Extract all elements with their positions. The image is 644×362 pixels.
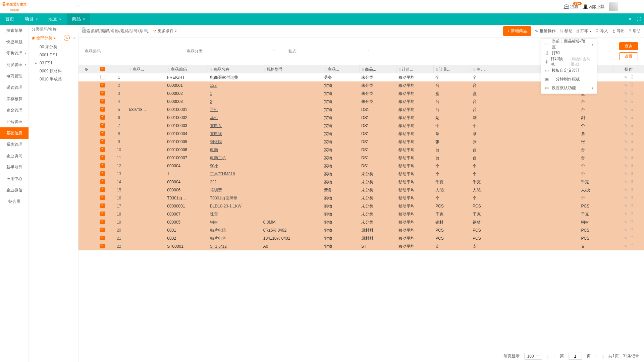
product-name-link[interactable]: 222 bbox=[210, 180, 217, 184]
product-name-link[interactable]: T0301白面黑带 bbox=[210, 196, 237, 200]
row-edit-button[interactable]: ✎ bbox=[624, 188, 628, 192]
row-more-button[interactable]: ⠿ bbox=[630, 156, 633, 160]
table-row[interactable]: 22ST00001ST1.6*12A0实物ST移动平均支支支✎⠿ bbox=[78, 242, 644, 250]
row-edit-button[interactable]: ✎ bbox=[624, 228, 628, 233]
row-checkbox[interactable] bbox=[100, 123, 105, 128]
product-name-link[interactable]: ST1.6*12 bbox=[210, 244, 227, 249]
messages-link[interactable]: 💬 消息 99+ bbox=[564, 4, 578, 9]
row-more-button[interactable]: ⠿ bbox=[630, 83, 633, 88]
row-more-button[interactable]: ⠿ bbox=[630, 107, 633, 112]
product-name-link[interactable]: 贴片电容 bbox=[210, 236, 226, 241]
product-name-link[interactable]: 手机 bbox=[210, 107, 218, 112]
table-row[interactable]: 15000006培训费劳务未分类移动平均人/次人/次人/次✎⠿ bbox=[78, 186, 644, 194]
row-more-button[interactable]: ⠿ bbox=[630, 99, 633, 104]
row-more-button[interactable]: ⠿ bbox=[630, 139, 633, 144]
row-checkbox[interactable] bbox=[100, 187, 105, 192]
row-more-button[interactable]: ⠿ bbox=[630, 123, 633, 128]
print-menu-current[interactable]: ▭ 当前：商品标签-预置 ▾ bbox=[541, 40, 597, 49]
row-edit-button[interactable]: ✎ bbox=[624, 139, 628, 144]
nav-快捷导航[interactable]: 快捷导航 bbox=[0, 36, 29, 48]
row-edit-button[interactable]: ✎ bbox=[624, 220, 628, 225]
nav-企业协同[interactable]: 企业协同 bbox=[0, 150, 29, 162]
table-row[interactable]: 5539718...000100001手机实物DS1移动平均台台台✎⠿ bbox=[78, 106, 644, 114]
row-edit-button[interactable]: ✎ bbox=[624, 196, 628, 200]
table-row[interactable]: 10000100006电脑实物DS1移动平均台台台✎⠿ bbox=[78, 146, 644, 154]
search-icon[interactable]: 🔍 bbox=[144, 29, 149, 34]
product-name-link[interactable]: 电脑主机 bbox=[210, 156, 226, 160]
product-name-link[interactable]: 工具车HM318 bbox=[210, 172, 235, 176]
table-row[interactable]: 16T0301白...T0301白面黑带实物未分类移动平均个个个✎⠿ bbox=[78, 194, 644, 202]
row-edit-button[interactable]: ✎ bbox=[624, 75, 628, 80]
product-name-link[interactable]: 培训费 bbox=[210, 188, 222, 192]
table-row[interactable]: 6000100002耳机实物DS1移动平均副副副✎⠿ bbox=[78, 114, 644, 122]
row-more-button[interactable]: ⠿ bbox=[630, 164, 633, 168]
tab-商品[interactable]: 商品× bbox=[67, 13, 90, 25]
row-more-button[interactable]: ⠿ bbox=[630, 236, 633, 241]
nav-采购管理[interactable]: 采购管理 bbox=[0, 82, 29, 93]
tree-root-label[interactable]: 全部分类 bbox=[36, 35, 52, 41]
print-menu-preview[interactable]: ◎打印预览 (可编辑当前模板) bbox=[541, 57, 597, 66]
row-edit-button[interactable]: ✎ bbox=[624, 244, 628, 249]
row-edit-button[interactable]: ✎ bbox=[624, 131, 628, 136]
avatar[interactable] bbox=[609, 2, 618, 11]
nav-资金管理[interactable]: 资金管理 bbox=[0, 105, 29, 116]
nav-电商管理[interactable]: 电商管理 bbox=[0, 70, 29, 82]
app-download-link[interactable]: 📱 App下载 bbox=[583, 4, 604, 9]
table-row[interactable]: 210002贴片电容104±10% 0402实物原材料移动平均PCSPCSPCS… bbox=[78, 234, 644, 242]
row-edit-button[interactable]: ✎ bbox=[624, 172, 628, 176]
tree-node[interactable]: 0009 原材料 bbox=[35, 67, 78, 75]
row-checkbox[interactable] bbox=[100, 163, 105, 168]
row-edit-button[interactable]: ✎ bbox=[624, 91, 628, 96]
print-menu-template[interactable]: ▭模板自定义设计 bbox=[541, 66, 597, 75]
row-edit-button[interactable]: ✎ bbox=[624, 115, 628, 120]
col-spec[interactable]: ⇅规格型号 bbox=[261, 65, 322, 73]
print-menu-oneclick[interactable]: ▣一分钟制作模板 bbox=[541, 75, 597, 83]
tab-地区[interactable]: 地区× bbox=[43, 13, 66, 25]
nav-库存核算[interactable]: 库存核算 bbox=[0, 93, 29, 105]
col-category[interactable]: ⇅商品... bbox=[359, 65, 396, 73]
product-name-link[interactable]: 122 bbox=[210, 83, 217, 88]
row-more-button[interactable]: ⠿ bbox=[630, 188, 633, 192]
row-edit-button[interactable]: ✎ bbox=[624, 156, 628, 160]
close-icon[interactable]: × bbox=[36, 17, 38, 21]
col-unit[interactable]: ⇅计量... bbox=[433, 65, 471, 73]
nav-经营管理[interactable]: 经营管理 bbox=[0, 116, 29, 127]
row-checkbox[interactable] bbox=[100, 115, 105, 120]
product-name-link[interactable]: 钢材 bbox=[210, 220, 218, 225]
product-name-link[interactable]: 充电头 bbox=[210, 123, 222, 128]
page-number-input[interactable] bbox=[569, 353, 582, 360]
row-checkbox[interactable] bbox=[100, 171, 105, 176]
add-product-button[interactable]: + 新增商品 bbox=[503, 26, 531, 36]
tree-node[interactable]: 0010 半成品 bbox=[35, 75, 78, 83]
row-checkbox[interactable] bbox=[100, 131, 105, 136]
settings-button[interactable]: 设置 bbox=[619, 52, 638, 60]
col-prop[interactable]: ⇅商品... bbox=[322, 65, 359, 73]
table-row[interactable]: 1700000001BLD10-23-1.1KW实物未分类移动平均PCSPCSP… bbox=[78, 202, 644, 210]
col-code[interactable]: ⇅商品编码 bbox=[165, 65, 208, 73]
close-icon[interactable]: × bbox=[59, 17, 61, 21]
table-row[interactable]: 200001贴片电阻0R±5% 0402实物原材料移动平均PCSPCSPCS✎⠿ bbox=[78, 226, 644, 234]
table-row[interactable]: 7000100003充电头实物DS1移动平均个个个✎⠿ bbox=[78, 122, 644, 130]
nav-企业微信[interactable]: 企业微信 bbox=[0, 184, 29, 196]
tree-node[interactable]: 0001 DS1 bbox=[35, 51, 78, 59]
row-edit-button[interactable]: ✎ bbox=[624, 83, 628, 88]
search-button[interactable]: 查询 bbox=[619, 42, 638, 50]
nav-系统管理[interactable]: 系统管理 bbox=[0, 139, 29, 150]
product-name-link[interactable]: 1 bbox=[210, 91, 212, 96]
filter-category-select[interactable]: ﹀ bbox=[215, 49, 275, 54]
close-icon[interactable]: × bbox=[83, 17, 85, 21]
row-checkbox[interactable] bbox=[100, 155, 105, 160]
row-checkbox[interactable] bbox=[100, 99, 105, 104]
table-row[interactable]: 19000005钢材0.8MM实物未分类移动平均钢材钢材钢材✎⠿ bbox=[78, 218, 644, 226]
row-edit-button[interactable]: ✎ bbox=[624, 212, 628, 217]
col-pricing[interactable]: ⇅计价... bbox=[396, 65, 434, 73]
row-more-button[interactable]: ⠿ bbox=[630, 244, 633, 249]
tree-edit-button[interactable]: ✎ bbox=[64, 35, 70, 41]
help-button[interactable]: ?帮助 bbox=[629, 28, 641, 34]
tab-项目[interactable]: 项目× bbox=[19, 13, 43, 25]
row-checkbox[interactable] bbox=[100, 75, 105, 79]
row-more-button[interactable]: ⠿ bbox=[630, 228, 633, 233]
row-checkbox[interactable] bbox=[100, 212, 105, 216]
page-next-button[interactable]: › bbox=[595, 354, 597, 359]
row-checkbox[interactable] bbox=[100, 203, 105, 208]
